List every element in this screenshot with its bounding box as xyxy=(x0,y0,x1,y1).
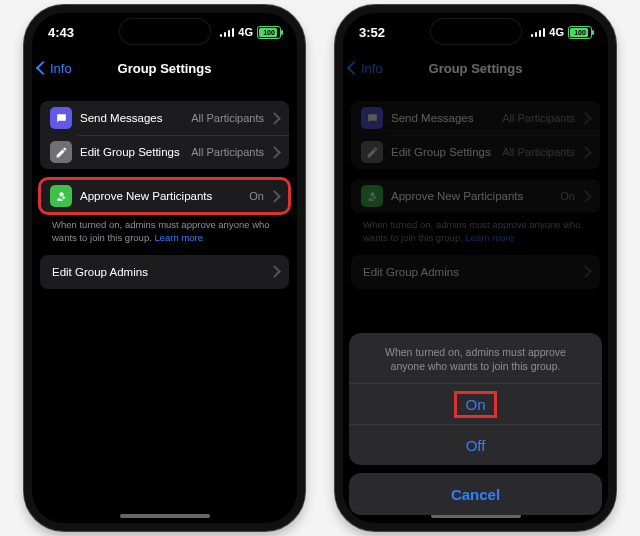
chevron-right-icon xyxy=(579,146,592,159)
row-edit-settings[interactable]: Edit Group Settings All Participants xyxy=(40,135,289,169)
row-edit-admins[interactable]: Edit Group Admins xyxy=(40,255,289,289)
row-value: All Participants xyxy=(191,146,264,158)
group-messaging: Send Messages All Participants Edit Grou… xyxy=(351,101,600,169)
row-value: All Participants xyxy=(191,112,264,124)
row-label: Edit Group Admins xyxy=(52,266,148,278)
chevron-right-icon xyxy=(268,265,281,278)
row-label: Send Messages xyxy=(80,112,162,124)
row-value: On xyxy=(249,190,264,202)
action-option-on[interactable]: On xyxy=(349,383,602,424)
nav-bar: Info Group Settings xyxy=(32,51,297,85)
row-value: All Participants xyxy=(502,112,575,124)
back-button[interactable]: Info xyxy=(349,51,383,85)
clock: 4:43 xyxy=(48,25,74,40)
row-value: All Participants xyxy=(502,146,575,158)
user-plus-icon xyxy=(361,185,383,207)
row-approve-new[interactable]: Approve New Participants On xyxy=(40,179,289,213)
network-label: 4G xyxy=(549,26,564,38)
row-edit-settings[interactable]: Edit Group Settings All Participants xyxy=(351,135,600,169)
footnote: When turned on, admins must approve anyo… xyxy=(40,213,289,245)
group-admins: Edit Group Admins xyxy=(351,255,600,289)
back-label: Info xyxy=(361,61,383,76)
chat-icon xyxy=(361,107,383,129)
action-option-off[interactable]: Off xyxy=(349,424,602,465)
group-approve: Approve New Participants On xyxy=(351,179,600,213)
chevron-right-icon xyxy=(268,190,281,203)
chevron-left-icon xyxy=(36,61,50,75)
row-approve-new[interactable]: Approve New Participants On xyxy=(351,179,600,213)
row-edit-admins[interactable]: Edit Group Admins xyxy=(351,255,600,289)
row-send-messages[interactable]: Send Messages All Participants xyxy=(351,101,600,135)
chevron-right-icon xyxy=(579,112,592,125)
learn-more-link[interactable]: Learn more xyxy=(154,232,203,243)
group-admins: Edit Group Admins xyxy=(40,255,289,289)
row-label: Edit Group Settings xyxy=(80,146,180,158)
phone-right: 3:52 4G 100 Info Group Settings Send Mes… xyxy=(335,5,616,531)
settings-content: Send Messages All Participants Edit Grou… xyxy=(343,85,608,289)
page-title: Group Settings xyxy=(429,61,523,76)
group-approve: Approve New Participants On xyxy=(40,179,289,213)
row-label: Edit Group Settings xyxy=(391,146,491,158)
chevron-right-icon xyxy=(268,112,281,125)
row-label: Approve New Participants xyxy=(80,190,212,202)
highlight-on: On xyxy=(454,391,496,418)
footnote: When turned on, admins must approve anyo… xyxy=(351,213,600,245)
row-send-messages[interactable]: Send Messages All Participants xyxy=(40,101,289,135)
battery-icon: 100 xyxy=(257,26,281,39)
phone-left: 4:43 4G 100 Info Group Settings Send Mes… xyxy=(24,5,305,531)
group-messaging: Send Messages All Participants Edit Grou… xyxy=(40,101,289,169)
back-button[interactable]: Info xyxy=(38,51,72,85)
learn-more-link[interactable]: Learn more xyxy=(465,232,514,243)
signal-icon xyxy=(220,27,235,37)
action-sheet-options: When turned on, admins must approve anyo… xyxy=(349,333,602,465)
pencil-icon xyxy=(361,141,383,163)
notch xyxy=(431,19,521,44)
page-title: Group Settings xyxy=(118,61,212,76)
action-sheet-message: When turned on, admins must approve anyo… xyxy=(349,333,602,383)
chevron-left-icon xyxy=(347,61,361,75)
row-label: Send Messages xyxy=(391,112,473,124)
battery-icon: 100 xyxy=(568,26,592,39)
chat-icon xyxy=(50,107,72,129)
signal-icon xyxy=(531,27,546,37)
network-label: 4G xyxy=(238,26,253,38)
chevron-right-icon xyxy=(268,146,281,159)
action-sheet: When turned on, admins must approve anyo… xyxy=(349,333,602,515)
back-label: Info xyxy=(50,61,72,76)
chevron-right-icon xyxy=(579,265,592,278)
settings-content: Send Messages All Participants Edit Grou… xyxy=(32,85,297,289)
home-indicator[interactable] xyxy=(120,514,210,518)
user-plus-icon xyxy=(50,185,72,207)
row-label: Approve New Participants xyxy=(391,190,523,202)
clock: 3:52 xyxy=(359,25,385,40)
row-label: Edit Group Admins xyxy=(363,266,459,278)
chevron-right-icon xyxy=(579,190,592,203)
pencil-icon xyxy=(50,141,72,163)
row-value: On xyxy=(560,190,575,202)
notch xyxy=(120,19,210,44)
nav-bar: Info Group Settings xyxy=(343,51,608,85)
action-cancel[interactable]: Cancel xyxy=(349,473,602,515)
